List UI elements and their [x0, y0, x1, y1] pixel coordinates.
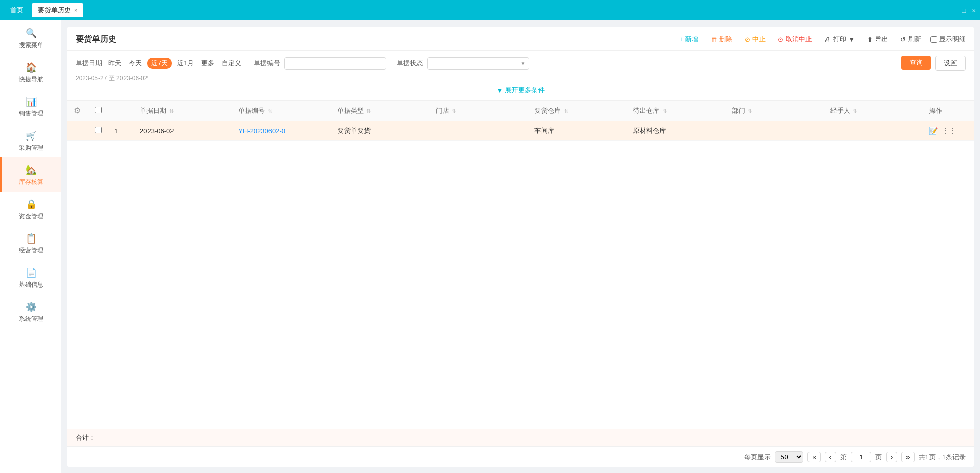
query-button[interactable]: 查询	[901, 56, 931, 70]
print-label: 打印	[833, 35, 846, 44]
print-button[interactable]: 🖨 打印 ▼	[821, 33, 858, 46]
row-handler-cell	[824, 121, 923, 141]
sidebar-label-basic-info: 基础信息	[19, 280, 43, 289]
row-checkbox[interactable]	[95, 127, 102, 133]
sidebar-item-sales[interactable]: 📊 销售管理	[0, 89, 61, 123]
cancel-stop-button[interactable]: ⊙ 取消中止	[775, 33, 815, 46]
col-bill-no-sort[interactable]: ⇅	[268, 108, 272, 114]
date-option-today[interactable]: 今天	[127, 58, 144, 69]
page-size-select[interactable]: 50 10 20 100	[775, 451, 803, 463]
display-detail-checkbox[interactable]	[930, 36, 937, 43]
stop-button[interactable]: ⊘ 中止	[742, 33, 769, 46]
col-bill-type-sort[interactable]: ⇅	[366, 108, 371, 114]
col-pending-warehouse-sort[interactable]: ⇅	[663, 108, 667, 114]
last-page-button[interactable]: »	[901, 452, 914, 462]
row-more-button[interactable]: ⋮⋮	[942, 127, 956, 135]
sidebar-item-inventory[interactable]: 🏡 库存核算	[0, 157, 61, 192]
sidebar-item-operations[interactable]: 📋 经营管理	[0, 226, 61, 260]
window-close[interactable]: ×	[972, 7, 976, 14]
col-operations: 操作	[923, 101, 974, 121]
col-bill-no: 单据编号 ⇅	[232, 101, 331, 121]
date-option-yesterday[interactable]: 昨天	[106, 58, 124, 69]
select-all-checkbox[interactable]	[95, 107, 102, 113]
row-operations-cell: 📝 ⋮⋮	[923, 121, 974, 141]
refresh-icon: ↺	[900, 36, 906, 43]
row-bill-type: 要货单要货	[337, 127, 371, 134]
refresh-button[interactable]: ↺ 刷新	[897, 33, 924, 46]
export-button[interactable]: ⬆ 导出	[864, 33, 891, 46]
tab-requisition-label: 要货单历史	[38, 6, 71, 15]
bill-status-select-wrapper	[427, 57, 529, 70]
delete-button[interactable]: 🗑 删除	[707, 33, 736, 46]
export-icon: ⬆	[867, 36, 873, 43]
row-bill-no-link[interactable]: YH-20230602-0	[238, 127, 285, 135]
add-button[interactable]: + 新增	[676, 33, 701, 46]
filter-bill-status: 单据状态	[397, 57, 529, 70]
date-option-1month[interactable]: 近1月	[175, 58, 196, 69]
date-options: 昨天 今天 近7天 近1月 更多 自定义	[106, 58, 243, 69]
top-bar: 首页 要货单历史 × — □ ×	[0, 0, 980, 20]
filter-bill-no-label: 单据编号	[254, 59, 280, 68]
expand-more-button[interactable]: ▼ 展开更多条件	[497, 86, 545, 95]
col-date: 单据日期 ⇅	[134, 101, 232, 121]
bill-status-select[interactable]	[427, 57, 529, 70]
page-label: 页	[875, 453, 882, 462]
filter-row-date-range: 2023-05-27 至 2023-06-02	[76, 74, 966, 83]
page-title: 要货单历史	[76, 34, 116, 45]
basic-info-icon: 📄	[26, 267, 37, 278]
total-label: 合计：	[76, 433, 95, 442]
sidebar-item-purchase[interactable]: 🛒 采购管理	[0, 123, 61, 157]
first-page-button[interactable]: «	[807, 452, 820, 462]
table-row: 1 2023-06-02 YH-20230602-0 要货单要货	[67, 121, 974, 141]
col-req-warehouse-label: 要货仓库	[534, 107, 561, 114]
window-maximize[interactable]: □	[962, 7, 966, 14]
date-option-custom[interactable]: 自定义	[219, 58, 243, 69]
window-controls: — □ ×	[949, 7, 976, 14]
sidebar-item-quick-nav[interactable]: 🏠 快捷导航	[0, 55, 61, 89]
page-size-label: 每页显示	[744, 453, 771, 462]
date-range-display: 2023-05-27 至 2023-06-02	[76, 74, 148, 83]
date-option-more[interactable]: 更多	[199, 58, 216, 69]
sidebar-item-search-menu[interactable]: 🔍 搜索菜单	[0, 20, 61, 55]
sidebar-label-system: 系统管理	[19, 315, 43, 323]
col-date-sort[interactable]: ⇅	[169, 108, 174, 114]
delete-label: 删除	[719, 35, 732, 44]
row-date: 2023-06-02	[140, 127, 174, 135]
row-department-cell	[726, 121, 824, 141]
tab-requisition-history[interactable]: 要货单历史 ×	[32, 3, 83, 17]
date-option-7days[interactable]: 近7天	[147, 58, 172, 69]
prev-page-button[interactable]: ‹	[825, 452, 836, 462]
column-settings-icon[interactable]: ⚙	[74, 106, 81, 115]
sidebar-item-finance[interactable]: 🔒 资金管理	[0, 192, 61, 226]
bill-no-input[interactable]	[284, 57, 386, 70]
filter-action-buttons: 查询 设置	[901, 56, 966, 71]
col-store-sort[interactable]: ⇅	[452, 108, 456, 114]
tab-close-icon[interactable]: ×	[74, 7, 77, 13]
tab-home[interactable]: 首页	[4, 3, 30, 17]
row-pending-warehouse-cell: 原材料仓库	[627, 121, 725, 141]
next-page-button[interactable]: ›	[886, 452, 897, 462]
row-edit-button[interactable]: 📝	[929, 127, 938, 135]
settings-button[interactable]: 设置	[935, 56, 966, 71]
col-handler-label: 经手人	[830, 107, 850, 114]
col-store-label: 门店	[436, 107, 449, 114]
sidebar-label-sales: 销售管理	[19, 109, 43, 118]
col-req-warehouse-sort[interactable]: ⇅	[564, 108, 568, 114]
row-req-warehouse: 车间库	[534, 127, 554, 134]
data-table: ⚙ 单据日期 ⇅ 单据编号	[67, 101, 974, 141]
cancel-stop-label: 取消中止	[786, 35, 812, 44]
print-dropdown-icon: ▼	[848, 36, 855, 43]
col-handler-sort[interactable]: ⇅	[853, 108, 857, 114]
print-icon: 🖨	[824, 36, 831, 43]
page-header: 要货单历史 + 新增 🗑 删除 ⊘ 中止 ⊙ 取消中止	[67, 27, 974, 51]
display-detail-toggle[interactable]: 显示明细	[930, 35, 966, 44]
col-handler: 经手人 ⇅	[824, 101, 923, 121]
sidebar-item-basic-info[interactable]: 📄 基础信息	[0, 260, 61, 294]
filter-date: 单据日期 昨天 今天 近7天 近1月 更多 自定义	[76, 58, 243, 69]
page-input[interactable]	[851, 452, 871, 462]
col-department-sort[interactable]: ⇅	[748, 108, 752, 114]
window-minimize[interactable]: —	[949, 7, 956, 14]
row-bill-type-cell: 要货单要货	[331, 121, 430, 141]
sidebar-item-system[interactable]: ⚙️ 系统管理	[0, 294, 61, 328]
main-layout: 🔍 搜索菜单 🏠 快捷导航 📊 销售管理 🛒 采购管理 🏡 库存核算 🔒 资金管…	[0, 20, 980, 473]
